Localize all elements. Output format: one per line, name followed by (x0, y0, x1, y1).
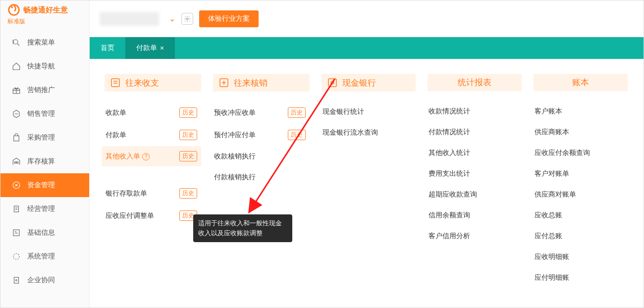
svg-rect-22 (14, 277, 19, 283)
sales-icon (11, 109, 21, 119)
sidebar-item-search-menu[interactable]: 搜索菜单 (0, 31, 89, 54)
info-icon (11, 228, 21, 238)
svg-rect-11 (17, 162, 18, 163)
menu-label: 付款情况统计 (429, 128, 470, 137)
svg-point-24 (186, 18, 188, 20)
tab-label: 付款单 (136, 44, 157, 52)
menu-label: 供应商对账单 (535, 190, 576, 199)
menu-label: 现金银行统计 (322, 107, 364, 116)
sidebar: 畅捷通好生意 标准版 搜索菜单 快捷导航 营销推广 销售管理 采购管理 库存核算… (0, 0, 90, 308)
chevron-down-icon[interactable]: ⌄ (169, 14, 175, 23)
column-header: 统计报表 (428, 74, 522, 91)
menu-customer-statement[interactable]: 客户对账单 (534, 163, 628, 184)
sidebar-item-label: 采购管理 (27, 133, 55, 142)
sidebar-item-marketing[interactable]: 营销推广 (0, 78, 89, 102)
tab-payment[interactable]: 付款单× (125, 37, 175, 59)
menu-label: 预付冲应付单 (214, 131, 256, 140)
menu-bank-io[interactable]: 银行存取款单历史 (105, 182, 201, 205)
menu-prereceipt-offset[interactable]: 预收冲应收单历史 (213, 102, 310, 124)
menu-label: 应付总账 (535, 232, 562, 241)
history-tag[interactable]: 历史 (288, 107, 306, 118)
menu-label: 现金银行流水查询 (322, 128, 378, 137)
column-title: 往来核销 (234, 77, 268, 89)
menu-receipt-stat[interactable]: 收款情况统计 (428, 101, 522, 122)
brand-title: 畅捷通好生意 (23, 5, 68, 15)
offset-icon (218, 77, 230, 89)
bank-icon (326, 77, 338, 89)
sidebar-item-quick-nav[interactable]: 快捷导航 (0, 54, 89, 78)
menu-customer-ledger[interactable]: 客户账本 (534, 101, 628, 122)
menu-payment-stat[interactable]: 付款情况统计 (428, 122, 522, 143)
history-tag[interactable]: 历史 (179, 107, 197, 118)
topbar: ⌄ 体验行业方案 (90, 0, 644, 37)
menu-other-income[interactable]: 其他收入单?历史 (102, 146, 201, 166)
column-wlhx: 往来核销 预收冲应收单历史 预付冲应付单历史 收款核销执行 付款核销执行 (213, 74, 310, 293)
menu-label: 预收冲应收单 (214, 108, 256, 117)
menu-label: 收款情况统计 (429, 107, 470, 116)
menu-prepay-offset[interactable]: 预付冲应付单历史 (213, 124, 310, 146)
menu-cash-flow[interactable]: 现金银行流水查询 (322, 122, 416, 143)
svg-rect-18 (13, 230, 19, 236)
menu-ap-general[interactable]: 应付总账 (534, 226, 628, 247)
menu-supplier-statement[interactable]: 供应商对账单 (534, 184, 628, 205)
sidebar-item-label: 基础信息 (27, 228, 55, 237)
sidebar-item-inventory[interactable]: 库存核算 (0, 150, 89, 173)
sidebar-item-base-info[interactable]: 基础信息 (0, 221, 89, 245)
menu-receipt[interactable]: 收款单历史 (105, 102, 201, 124)
menu-payment-exec[interactable]: 付款核销执行 (213, 167, 310, 188)
svg-point-2 (13, 40, 18, 44)
menu-overdue-ar[interactable]: 超期应收款查询 (428, 184, 522, 205)
svg-point-23 (16, 280, 17, 281)
menu-payment[interactable]: 付款单历史 (105, 124, 201, 146)
menu-label: 收款单 (106, 108, 126, 117)
menu-ap-detail[interactable]: 应付明细账 (534, 267, 628, 288)
sidebar-item-purchase[interactable]: 采购管理 (0, 126, 89, 150)
sidebar-item-operation[interactable]: 经营管理 (0, 197, 89, 221)
menu-customer-credit[interactable]: 客户信用分析 (428, 226, 522, 247)
menu-ar-general[interactable]: 应收总账 (534, 205, 628, 226)
try-plan-button[interactable]: 体验行业方案 (199, 10, 259, 27)
history-tag[interactable]: 历史 (288, 130, 306, 140)
menu-credit-balance[interactable]: 信用余额查询 (428, 205, 522, 226)
column-zb: 账本 客户账本 供应商账本 应收应付余额查询 客户对账单 供应商对账单 应收总账… (534, 74, 628, 293)
sidebar-item-system[interactable]: 系统管理 (0, 245, 89, 268)
tab-home[interactable]: 首页 (90, 37, 125, 59)
column-title: 现金银行 (342, 77, 376, 89)
sidebar-item-label: 企业协同 (27, 276, 55, 285)
menu-other-income-stat[interactable]: 其他收入统计 (428, 143, 522, 163)
column-header: 往来核销 (213, 74, 310, 92)
column-header: 账本 (534, 74, 628, 91)
settings-dashed-icon (11, 252, 21, 261)
menu-ar-detail[interactable]: 应收明细账 (534, 247, 628, 267)
svg-rect-26 (111, 79, 119, 87)
close-icon[interactable]: × (160, 44, 164, 52)
menu-label: 信用余额查询 (429, 211, 470, 220)
menu-supplier-ledger[interactable]: 供应商账本 (534, 122, 628, 143)
menu-arap-balance[interactable]: 应收应付余额查询 (534, 143, 628, 163)
menu-label: 供应商账本 (535, 128, 569, 137)
ledger-icon (109, 77, 121, 89)
column-tjbb: 统计报表 收款情况统计 付款情况统计 其他收入统计 费用支出统计 超期应收款查询… (428, 74, 522, 293)
sidebar-item-cash[interactable]: 资金管理 (0, 173, 89, 197)
tab-label: 首页 (101, 44, 114, 52)
menu-expense-stat[interactable]: 费用支出统计 (428, 163, 522, 184)
sidebar-item-label: 经营管理 (27, 205, 55, 213)
brand-edition: 标准版 (0, 17, 89, 26)
column-wlsz: 往来收支 收款单历史 付款单历史 其他收入单?历史 费用支出单 银行存取款单历史… (105, 74, 201, 293)
help-icon[interactable]: ? (142, 153, 150, 160)
menu-ar-ap-adjust[interactable]: 应收应付调整单历史 (105, 205, 201, 227)
menu-label: 客户对账单 (535, 169, 569, 178)
history-tag[interactable]: 历史 (179, 151, 197, 161)
menu-label: 应收应付调整单 (106, 211, 154, 220)
sidebar-item-collab[interactable]: 企业协同 (0, 268, 89, 292)
gear-icon[interactable] (181, 13, 193, 25)
menu-receipt-exec[interactable]: 收款核销执行 (213, 146, 310, 167)
sidebar-item-sales[interactable]: 销售管理 (0, 102, 89, 126)
menu-label: 超期应收款查询 (429, 190, 477, 199)
menu-cash-stat[interactable]: 现金银行统计 (322, 102, 416, 122)
svg-rect-15 (14, 206, 19, 212)
history-tag[interactable]: 历史 (179, 188, 197, 199)
clipboard-icon (11, 204, 21, 214)
history-tag[interactable]: 历史 (179, 130, 197, 140)
svg-line-3 (17, 44, 19, 46)
